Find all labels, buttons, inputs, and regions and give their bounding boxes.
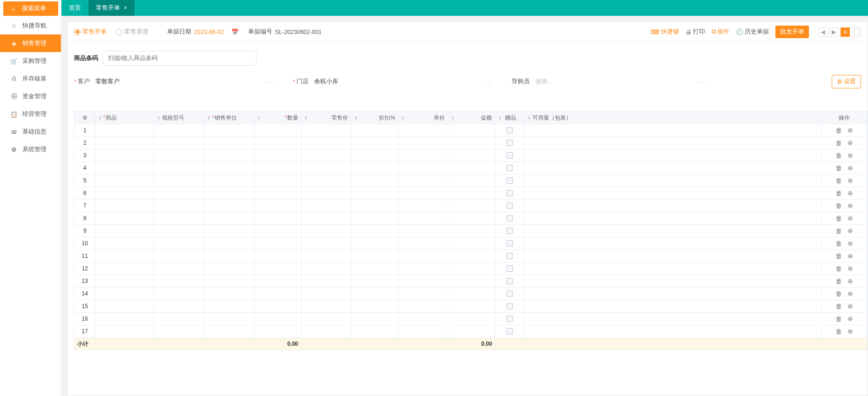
delete-icon[interactable]: 🗑	[835, 127, 842, 134]
cell-discount[interactable]	[351, 124, 398, 137]
delete-icon[interactable]: 🗑	[835, 152, 842, 159]
close-icon[interactable]: ×	[124, 5, 127, 11]
cell-gift[interactable]	[495, 175, 525, 187]
cell-discount[interactable]	[351, 288, 398, 300]
gift-checkbox[interactable]	[506, 253, 513, 259]
cell-unit[interactable]	[204, 313, 254, 325]
cell-unit[interactable]	[204, 137, 254, 149]
delete-icon[interactable]: 🗑	[835, 328, 842, 335]
cell-gift[interactable]	[495, 237, 525, 250]
cell-amount[interactable]	[448, 212, 495, 225]
cell-amount[interactable]	[448, 149, 495, 162]
gift-checkbox[interactable]	[506, 290, 513, 297]
table-row[interactable]: 16🗑⊕	[74, 313, 868, 325]
delete-icon[interactable]: 🗑	[835, 252, 842, 260]
col-avail[interactable]: ▲▼ 可用量（包装）	[525, 112, 821, 124]
cell-retail[interactable]	[301, 325, 351, 338]
col-spec[interactable]: ▲▼ 规格型号	[154, 112, 204, 124]
settings-button[interactable]: ⚙ 设置	[832, 75, 861, 88]
cell-spec[interactable]	[154, 137, 204, 149]
delete-icon[interactable]: 🗑	[835, 277, 842, 285]
cell-amount[interactable]	[448, 288, 495, 300]
cell-spec[interactable]	[154, 212, 204, 225]
cell-amount[interactable]	[448, 225, 495, 237]
print-button[interactable]: 🖨 打印	[686, 28, 705, 36]
radio-retail-create[interactable]: 零售开单	[74, 28, 107, 36]
cell-uprice[interactable]	[398, 237, 448, 250]
delete-icon[interactable]: 🗑	[835, 202, 842, 209]
cell-uprice[interactable]	[398, 250, 448, 262]
add-row-icon[interactable]: ⊕	[848, 277, 853, 285]
gift-checkbox[interactable]	[506, 127, 513, 134]
gift-checkbox[interactable]	[506, 278, 513, 284]
cell-product[interactable]	[95, 212, 154, 225]
cell-product[interactable]	[95, 237, 154, 250]
add-row-icon[interactable]: ⊕	[848, 252, 853, 260]
cell-uprice[interactable]	[398, 275, 448, 288]
table-wrap[interactable]: ⚙ ▲▼ *商品 ▲▼ 规格型号 ▲▼ *销售单位 ▲▼*数量 ▲▼零售价 ▲▼…	[74, 111, 868, 396]
gift-checkbox[interactable]	[506, 152, 513, 159]
cell-amount[interactable]	[448, 237, 495, 250]
cell-retail[interactable]	[301, 137, 351, 149]
cell-discount[interactable]	[351, 325, 398, 338]
doc-date-value[interactable]: 2023-06-02	[194, 29, 224, 35]
cell-unit[interactable]	[204, 288, 254, 300]
radio-retail-return[interactable]: 零售退货	[116, 28, 148, 36]
cell-avail[interactable]	[525, 149, 821, 162]
cell-discount[interactable]	[351, 149, 398, 162]
cell-uprice[interactable]	[398, 200, 448, 212]
col-gear[interactable]: ⚙	[74, 112, 95, 124]
cell-unit[interactable]	[204, 325, 254, 338]
cell-avail[interactable]	[525, 137, 821, 149]
cell-avail[interactable]	[525, 212, 821, 225]
cell-spec[interactable]	[154, 187, 204, 200]
add-row-icon[interactable]: ⊕	[848, 139, 853, 147]
cell-retail[interactable]	[301, 149, 351, 162]
cell-unit[interactable]	[204, 162, 254, 175]
sidebar-item-4[interactable]: Ⓐ资金管理	[0, 87, 61, 105]
cell-retail[interactable]	[301, 124, 351, 137]
cell-retail[interactable]	[301, 275, 351, 288]
add-row-icon[interactable]: ⊕	[848, 215, 853, 222]
cell-discount[interactable]	[351, 187, 398, 200]
cell-product[interactable]	[95, 187, 154, 200]
gift-checkbox[interactable]	[506, 228, 513, 234]
sidebar-item-2[interactable]: 🛒采购管理	[0, 52, 61, 70]
add-row-icon[interactable]: ⊕	[848, 127, 853, 134]
cell-discount[interactable]	[351, 225, 398, 237]
cell-amount[interactable]	[448, 162, 495, 175]
cell-gift[interactable]	[495, 325, 525, 338]
cell-unit[interactable]	[204, 225, 254, 237]
cell-qty[interactable]	[254, 262, 301, 275]
filter-store[interactable]: *门店 余杭小库 ···	[293, 78, 493, 86]
add-row-icon[interactable]: ⊕	[848, 302, 853, 310]
cell-uprice[interactable]	[398, 212, 448, 225]
cell-spec[interactable]	[154, 288, 204, 300]
cell-retail[interactable]	[301, 200, 351, 212]
cell-unit[interactable]	[204, 124, 254, 137]
cell-avail[interactable]	[525, 237, 821, 250]
cell-retail[interactable]	[301, 212, 351, 225]
gift-checkbox[interactable]	[506, 303, 513, 309]
add-row-icon[interactable]: ⊕	[848, 202, 853, 209]
col-amount[interactable]: ▲▼金额	[448, 112, 495, 124]
cell-product[interactable]	[95, 262, 154, 275]
cell-product[interactable]	[95, 313, 154, 325]
cell-uprice[interactable]	[398, 325, 448, 338]
cell-uprice[interactable]	[398, 124, 448, 137]
cell-avail[interactable]	[525, 162, 821, 175]
col-gift[interactable]: ▲▼ 赠品	[495, 112, 525, 124]
add-row-icon[interactable]: ⊕	[848, 189, 853, 197]
nav-list-button[interactable]: ≡	[841, 27, 850, 37]
cell-uprice[interactable]	[398, 162, 448, 175]
cell-uprice[interactable]	[398, 137, 448, 149]
cell-qty[interactable]	[254, 212, 301, 225]
cell-uprice[interactable]	[398, 225, 448, 237]
cell-spec[interactable]	[154, 149, 204, 162]
sidebar-item-6[interactable]: 🖭基础信息	[0, 123, 61, 141]
cell-uprice[interactable]	[398, 262, 448, 275]
delete-icon[interactable]: 🗑	[835, 265, 842, 272]
cell-amount[interactable]	[448, 175, 495, 187]
cell-avail[interactable]	[525, 200, 821, 212]
delete-icon[interactable]: 🗑	[835, 290, 842, 297]
